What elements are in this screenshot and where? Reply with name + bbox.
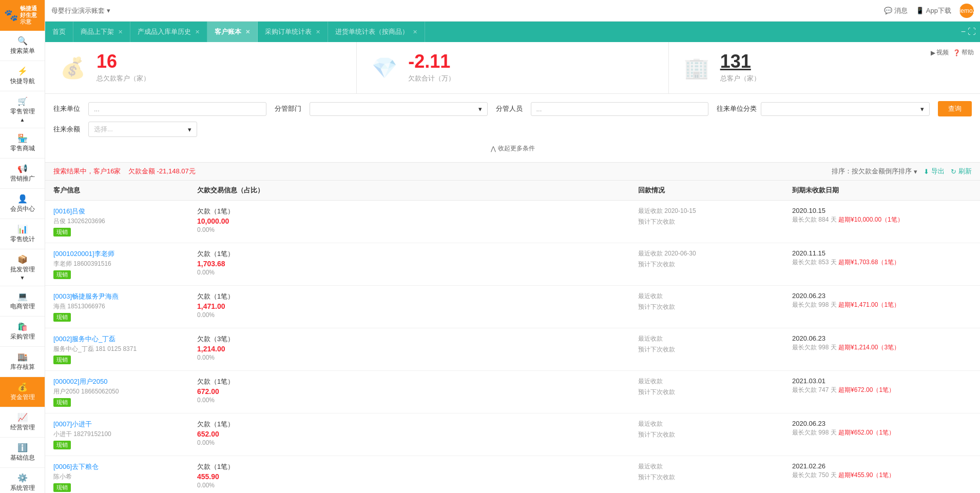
sidebar-item-system-mgmt[interactable]: ⚙️系统管理 <box>0 468 45 493</box>
minimize-icon[interactable]: − <box>961 27 966 36</box>
sidebar-item-purchase-mgmt[interactable]: 🛍️采购管理 <box>0 317 45 347</box>
sidebar-item-label: 零售统计 <box>10 235 35 244</box>
from-unit-input[interactable]: ... <box>88 102 266 116</box>
debt-amount-5[interactable]: 652.00 <box>197 430 638 438</box>
customer-tag-1: 现销 <box>53 270 71 279</box>
unit-category-select[interactable]: ▾ <box>761 102 930 116</box>
operations-mgmt-icon: 📈 <box>17 412 28 422</box>
retail-mgmt-icon: 🛒 <box>17 96 28 106</box>
overdue-days-6: 最长欠款 750 天 超期¥455.90（1笔） <box>792 471 972 480</box>
overdue-amount-5[interactable]: 超期¥652.00（1笔） <box>838 429 895 436</box>
overdue-amount-6[interactable]: 超期¥455.90（1笔） <box>838 471 895 479</box>
sidebar-item-inventory[interactable]: 🏬库存核算 <box>0 347 45 377</box>
cell-recovery-3: 最近收款 预计下次收款 <box>638 334 792 364</box>
sidebar-item-basic-info[interactable]: ℹ️基础信息 <box>0 438 45 468</box>
debt-count-4: 欠款（1笔） <box>197 377 638 386</box>
tab-purchase-order[interactable]: 采购订单统计表✕ <box>258 22 328 42</box>
tab-label-product-shelf: 商品上下架 <box>81 27 114 36</box>
quick-nav-icon: ⚡ <box>17 66 28 76</box>
debt-amount-1[interactable]: 1,703.68 <box>197 260 638 268</box>
cell-recovery-0: 最近收款 2020-10-15 预计下次收款 <box>638 207 792 236</box>
remaining-select[interactable]: 选择... ▾ <box>88 122 197 137</box>
overdue-amount-4[interactable]: 超期¥672.00（1笔） <box>838 386 895 393</box>
cell-overdue-4: 2021.03.01 最长欠款 747 天 超期¥672.00（1笔） <box>792 377 972 407</box>
customer-name-6[interactable]: [0006]去下粮仓 <box>53 462 197 471</box>
sidebar-item-ecommerce-mgmt[interactable]: 💻电商管理 <box>0 286 45 317</box>
debt-amount-6[interactable]: 455.90 <box>197 472 638 481</box>
tab-close-purchase-order[interactable]: ✕ <box>316 29 320 35</box>
table-row: [0007]小进干 小进干 18279152100 现销 欠款（1笔） 652.… <box>45 413 980 456</box>
app-download-action[interactable]: 📱 App下载 <box>916 6 951 15</box>
sidebar-item-label: 资金管理 <box>10 393 35 402</box>
tab-close-production-history[interactable]: ✕ <box>195 29 200 35</box>
member-center-icon: 👤 <box>17 194 28 204</box>
table-row: [0006]去下粮仓 陈小希 现销 欠款（1笔） 455.90 0.00% 最近… <box>45 456 980 493</box>
debt-amount-2[interactable]: 1,471.00 <box>197 302 638 310</box>
col-header-customer: 客户信息 <box>53 186 197 195</box>
search-menu-icon: 🔍 <box>17 36 28 46</box>
tab-home[interactable]: 首页 <box>45 22 73 42</box>
sidebar-item-retail-mall[interactable]: 🏪零售商城 <box>0 128 45 159</box>
refresh-button[interactable]: ↻ 刷新 <box>951 167 972 176</box>
customer-name-5[interactable]: [0007]小进干 <box>53 420 197 429</box>
sidebar-item-quick-nav[interactable]: ⚡快捷导航 <box>0 61 45 91</box>
card-label-total-customers: 总客户（家） <box>720 74 968 83</box>
cell-overdue-3: 2020.06.23 最长欠款 998 天 超期¥1,214.00（3笔） <box>792 334 972 364</box>
tab-production-history[interactable]: 产成品入库单历史✕ <box>130 22 207 42</box>
sidebar-item-search-menu[interactable]: 🔍搜索菜单 <box>0 31 45 61</box>
help-action[interactable]: ❓ 帮助 <box>953 48 974 57</box>
filter-unit-category: 往来单位分类 ▾ <box>717 102 930 116</box>
customer-name-0[interactable]: [0016]吕俊 <box>53 207 197 216</box>
customer-name-4[interactable]: [000002]用户2050 <box>53 377 197 386</box>
overdue-amount-1[interactable]: 超期¥1,703.68（1笔） <box>838 259 900 266</box>
system-mgmt-icon: ⚙️ <box>17 473 28 483</box>
sidebar-item-operations-mgmt[interactable]: 📈经营管理 <box>0 407 45 438</box>
sidebar-item-retail-mgmt[interactable]: 🛒零售管理▲ <box>0 91 45 128</box>
sidebar-item-retail-stats[interactable]: 📊零售统计 <box>0 219 45 249</box>
overdue-amount-0[interactable]: 超期¥10,000.00（1笔） <box>838 216 904 223</box>
tab-label-production-history: 产成品入库单历史 <box>138 27 191 36</box>
overdue-amount-3[interactable]: 超期¥1,214.00（3笔） <box>838 344 900 351</box>
industry-selector[interactable]: 母婴行业演示账套 ▾ <box>51 6 110 15</box>
tab-customer-account[interactable]: 客户账本✕ <box>207 22 258 42</box>
maximize-icon[interactable]: ⛶ <box>968 27 976 36</box>
search-button[interactable]: 查询 <box>938 101 972 116</box>
tab-product-shelf[interactable]: 商品上下架✕ <box>73 22 130 42</box>
dept-select[interactable]: ▾ <box>310 102 488 116</box>
customer-name-3[interactable]: [0002]服务中心_丁磊 <box>53 334 197 344</box>
customer-name-2[interactable]: [0003]畅捷服务尹海燕 <box>53 292 197 301</box>
export-icon: ⬇ <box>924 168 929 175</box>
debt-amount-4[interactable]: 672.00 <box>197 387 638 396</box>
video-action[interactable]: ▶ 视频 <box>931 48 949 57</box>
retail-stats-icon: 📊 <box>17 224 28 234</box>
debt-amount-3[interactable]: 1,214.00 <box>197 345 638 353</box>
sort-selector[interactable]: 排序：按欠款金额倒序排序 ▾ <box>832 167 917 176</box>
sidebar-item-finance-mgmt[interactable]: 💰资金管理 <box>0 377 45 407</box>
app-logo[interactable]: 🐾 畅捷通好生意 示意 <box>0 0 45 31</box>
tab-purchase-stats[interactable]: 进货单统计表（按商品）✕ <box>328 22 425 42</box>
overdue-amount-2[interactable]: 超期¥1,471.00（1笔） <box>838 301 900 308</box>
card-content-total-customers: 131 总客户（家） <box>720 52 968 83</box>
card-number-debt-total: -2.11 <box>408 52 656 71</box>
message-action[interactable]: 💬 消息 <box>884 6 908 15</box>
from-unit-label: 往来单位 <box>53 104 84 113</box>
sidebar-item-member-center[interactable]: 👤会员中心 <box>0 189 45 219</box>
cell-customer-4: [000002]用户2050 用户2050 18665062050 现销 <box>53 377 197 407</box>
message-label: 消息 <box>894 6 908 15</box>
tab-close-purchase-stats[interactable]: ✕ <box>413 29 417 35</box>
card-icon-building: 🏢 <box>681 52 712 83</box>
debt-amount-0[interactable]: 10,000.00 <box>197 217 638 225</box>
sidebar-item-label: 零售商城 <box>10 144 35 153</box>
collapse-row[interactable]: ⋀ 收起更多条件 <box>53 142 972 155</box>
cell-debt-6: 欠款（1笔） 455.90 0.00% <box>197 462 638 492</box>
sidebar-item-marketing[interactable]: 📢营销推广 <box>0 159 45 189</box>
chevron-down-icon4: ▾ <box>914 168 917 175</box>
tab-close-product-shelf[interactable]: ✕ <box>118 29 123 35</box>
person-input[interactable]: ... <box>531 102 709 116</box>
tab-close-customer-account[interactable]: ✕ <box>245 29 250 35</box>
sidebar-item-batch-mgmt[interactable]: 📦批发管理▼ <box>0 249 45 286</box>
user-avatar[interactable]: demo2 <box>959 4 974 18</box>
tab-label-purchase-stats: 进货单统计表（按商品） <box>335 27 409 36</box>
export-button[interactable]: ⬇ 导出 <box>924 167 945 176</box>
customer-name-1[interactable]: [0001020001]李老师 <box>53 249 197 259</box>
